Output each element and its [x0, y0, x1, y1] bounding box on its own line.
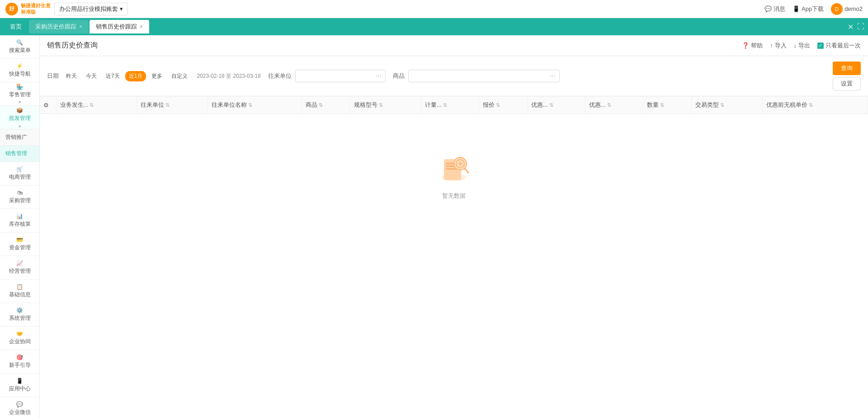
finance-icon: 💳 — [16, 237, 23, 243]
date-tab-custom[interactable]: 自定义 — [168, 71, 191, 81]
chevron-down-icon: ▾ — [120, 5, 123, 12]
logo-area: 好 畅捷通好生意 标准版 — [5, 3, 51, 15]
tabbar: 首页 采购历史价跟踪 × 销售历史价跟踪 × ✕ ⛶ — [0, 18, 868, 35]
th-spec[interactable]: 规格型号 — [350, 96, 421, 114]
partner-label: 往来单位 — [268, 72, 292, 80]
filter-bar: 日期 昨天 今天 近7天 近1月 更多 自定义 2023-02-18 至 202… — [40, 56, 868, 96]
sidebar-item-app-center[interactable]: 📱 应用中心 — [0, 374, 39, 397]
quick-nav-icon: ⚡ — [16, 63, 23, 69]
sidebar-item-wholesale[interactable]: 📦 批发管理 ▴ — [0, 106, 39, 129]
export-icon: ↓ — [794, 42, 797, 49]
goods-input-wrapper[interactable]: ··· — [408, 70, 560, 82]
sidebar-item-basic-info[interactable]: 📋 基础信息 — [0, 280, 39, 303]
help-icon: ❓ — [742, 42, 749, 49]
inventory-icon: 📊 — [16, 213, 23, 219]
sidebar-item-quick-nav[interactable]: ⚡ 快捷导航 — [0, 59, 39, 82]
goods-input[interactable] — [412, 73, 548, 80]
sidebar-item-guide[interactable]: 🎯 新手引导 — [0, 350, 39, 374]
help-button[interactable]: ❓ 帮助 — [742, 42, 763, 50]
sidebar-item-ecommerce[interactable]: 🛒 电商管理 — [0, 162, 39, 185]
sidebar-item-search[interactable]: 🔍 搜索菜单 — [0, 35, 39, 59]
sidebar-item-inventory[interactable]: 📊 库存核算 — [0, 209, 39, 233]
th-trade-type[interactable]: 交易类型 — [691, 96, 762, 114]
date-range-display: 2023-02-18 至 2023-03-18 — [197, 72, 260, 80]
filter-action-group: 查询 设置 — [833, 62, 861, 90]
th-gear[interactable]: ⚙ — [40, 96, 56, 114]
date-tabs: 昨天 今天 近7天 近1月 更多 自定义 — [62, 71, 191, 81]
th-unit[interactable]: 计量... — [421, 96, 479, 114]
setting-button[interactable]: 设置 — [833, 77, 861, 90]
import-icon: ↑ — [770, 42, 773, 49]
account-selector[interactable]: 办公用品行业模拟账套 ▾ — [54, 3, 128, 15]
table-header: ⚙ 业务发生... 往来单位 往来单位名称 商品 规格型号 计量... 报价 优… — [40, 96, 868, 114]
page-title: 销售历史价查询 — [47, 41, 98, 50]
date-tab-more[interactable]: 更多 — [148, 71, 166, 81]
date-tab-today[interactable]: 今天 — [82, 71, 100, 81]
download-icon: 📱 — [793, 5, 800, 12]
date-tab-yesterday[interactable]: 昨天 — [62, 71, 80, 81]
wholesale-icon: 📦 — [16, 107, 23, 114]
sidebar: 🔍 搜索菜单 ⚡ 快捷导航 🏪 零售管理 ▾ 📦 批发管理 ▴ 营销推广 销售管… — [0, 35, 40, 418]
date-label: 日期 — [47, 72, 59, 80]
date-filter-group: 日期 昨天 今天 近7天 近1月 更多 自定义 2023-02-18 至 202… — [47, 71, 261, 81]
tab-close-all-button[interactable]: ✕ — [848, 23, 854, 31]
guide-icon: 🎯 — [16, 354, 23, 361]
tab-home[interactable]: 首页 — [4, 20, 28, 33]
sidebar-item-purchase[interactable]: 🛍 采购管理 — [0, 185, 39, 209]
chevron-down-icon: ▾ — [19, 100, 21, 104]
svg-rect-3 — [446, 166, 455, 167]
goods-label: 商品 — [393, 72, 405, 80]
sidebar-item-retail[interactable]: 🏪 零售管理 ▾ — [0, 82, 39, 106]
app-center-icon: 📱 — [16, 378, 23, 384]
sidebar-item-system[interactable]: ⚙️ 系统管理 — [0, 303, 39, 327]
th-discount2[interactable]: 优惠... — [585, 96, 643, 114]
page-header: 销售历史价查询 ❓ 帮助 ↑ 导入 ↓ 导出 只看最后一次 — [40, 35, 868, 56]
th-biz-date[interactable]: 业务发生... — [56, 96, 137, 114]
empty-text: 暂无数据 — [442, 192, 466, 200]
svg-line-6 — [465, 168, 468, 173]
sidebar-item-wechat[interactable]: 💬 企业微信 — [0, 397, 39, 418]
topbar-right: 💬 消息 📱 App下载 D demo2 — [764, 3, 863, 15]
topbar: 好 畅捷通好生意 标准版 办公用品行业模拟账套 ▾ 💬 消息 📱 App下载 D… — [0, 0, 868, 18]
tabbar-right: ✕ ⛶ — [848, 23, 864, 31]
sidebar-item-enterprise[interactable]: 🤝 企业协同 — [0, 327, 39, 350]
th-goods[interactable]: 商品 — [302, 96, 350, 114]
tab-close-purchase[interactable]: × — [79, 24, 82, 30]
export-button[interactable]: ↓ 导出 — [794, 42, 811, 50]
th-qty[interactable]: 数量 — [643, 96, 691, 114]
page-header-actions: ❓ 帮助 ↑ 导入 ↓ 导出 只看最后一次 — [742, 42, 861, 50]
app-download-button[interactable]: 📱 App下载 — [793, 5, 824, 13]
import-button[interactable]: ↑ 导入 — [770, 42, 787, 50]
gear-icon[interactable]: ⚙ — [43, 102, 49, 109]
tab-close-sales[interactable]: × — [140, 24, 143, 30]
user-menu[interactable]: D demo2 — [831, 3, 863, 15]
th-partner-code[interactable]: 往来单位 — [137, 96, 208, 114]
goods-filter-group: 商品 ··· — [393, 70, 560, 82]
sidebar-item-sales-mgmt[interactable]: 销售管理 — [0, 146, 39, 162]
basic-info-icon: 📋 — [16, 284, 23, 290]
query-button[interactable]: 查询 — [833, 62, 861, 75]
main-layout: 🔍 搜索菜单 ⚡ 快捷导航 🏪 零售管理 ▾ 📦 批发管理 ▴ 营销推广 销售管… — [0, 35, 868, 418]
th-price[interactable]: 报价 — [479, 96, 528, 114]
partner-input-wrapper[interactable]: ··· — [295, 70, 386, 82]
last-one-checkbox[interactable]: 只看最后一次 — [817, 42, 861, 50]
search-icon: 🔍 — [16, 39, 23, 46]
tab-fullscreen-button[interactable]: ⛶ — [857, 23, 864, 31]
message-button[interactable]: 💬 消息 — [764, 5, 785, 13]
th-partner-name[interactable]: 往来单位名称 — [208, 96, 302, 114]
sidebar-item-finance[interactable]: 💳 资金管理 — [0, 233, 39, 256]
partner-input[interactable] — [299, 73, 374, 80]
logo-icon: 好 — [5, 3, 18, 15]
date-tab-7days[interactable]: 近7天 — [102, 71, 123, 81]
th-discount1[interactable]: 优惠... — [527, 96, 585, 114]
sidebar-item-marketing[interactable]: 营销推广 — [0, 129, 39, 146]
th-no-tax-price[interactable]: 优惠前无税单价 — [762, 96, 868, 114]
date-tab-1month[interactable]: 近1月 — [125, 71, 146, 81]
goods-search-icon[interactable]: ··· — [550, 72, 556, 80]
tab-purchase-history[interactable]: 采购历史价跟踪 × — [29, 20, 89, 33]
partner-search-icon[interactable]: ··· — [375, 72, 381, 80]
sidebar-item-operations[interactable]: 📈 经营管理 — [0, 256, 39, 280]
tab-sales-history[interactable]: 销售历史价跟踪 × — [90, 20, 149, 33]
message-icon: 💬 — [764, 5, 772, 12]
logo-text: 畅捷通好生意 标准版 — [21, 3, 51, 14]
